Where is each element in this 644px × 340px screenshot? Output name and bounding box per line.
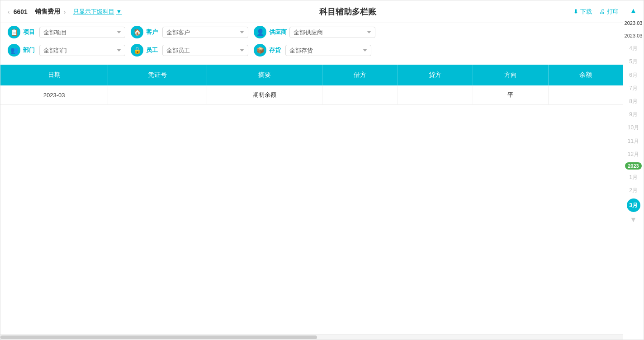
col-balance: 余额 [548,65,623,85]
filter-group-project: 📋 项目 全部项目 [8,26,125,38]
scrollbar-thumb[interactable] [0,335,317,339]
filter-row-2: 👥 部门 全部部门 🔒 员工 全部员工 📦 存货 全部存货 [0,41,644,59]
col-voucher: 凭证号 [108,65,207,85]
inventory-label: 存货 [269,46,283,54]
sidebar-down-arrow[interactable]: ▼ [628,214,639,226]
sidebar-item-3-active[interactable]: 3月 [627,198,640,212]
sidebar-item-8[interactable]: 8月 [623,95,644,108]
inventory-icon: 📦 [254,44,266,57]
account-code-label: 6601 [14,8,28,15]
sidebar-item-4[interactable]: 4月 [623,42,644,55]
horizontal-scrollbar[interactable] [0,334,623,340]
customer-label: 客户 [146,28,160,36]
print-button[interactable]: 🖨 打印 [599,8,619,16]
right-sidebar: ▲ 2023.03 2023.03 4月 5月 6月 7月 8月 9月 10月 … [623,0,644,340]
sidebar-item-2[interactable]: 2月 [623,184,644,197]
project-icon: 📋 [8,26,20,38]
filter-group-supplier: 👤 供应商 全部供应商 [254,26,375,38]
employee-label: 员工 [146,46,160,54]
employee-icon: 🔒 [131,44,143,57]
year-badge-2023: 2023 [625,162,641,170]
sidebar-item-1[interactable]: 1月 [623,171,644,184]
table-area: 日期 凭证号 摘要 借方 贷方 方向 余额 2023-03 期初余额 平 [0,65,623,333]
customer-select[interactable]: 全部客户 [162,27,248,38]
print-icon: 🖨 [599,8,605,15]
project-select[interactable]: 全部项目 [39,27,125,38]
show-sub-arrow-icon: ▼ [116,8,122,15]
main-window: ‹ 6601 销售费用 › 只显示下级科目 ▼ 科目辅助多栏账 ⬇ 下载 🖨 打… [0,0,644,340]
supplier-icon: 👤 [254,26,266,38]
sidebar-item-10[interactable]: 10月 [623,122,644,134]
ledger-table: 日期 凭证号 摘要 借方 贷方 方向 余额 2023-03 期初余额 平 [0,65,623,105]
table-row: 2023-03 期初余额 平 [0,85,623,105]
col-direction: 方向 [473,65,549,85]
sidebar-item-7[interactable]: 7月 [623,82,644,94]
top-bar: ‹ 6601 销售费用 › 只显示下级科目 ▼ 科目辅助多栏账 ⬇ 下载 🖨 打… [0,0,644,23]
account-name-label: 销售费用 [35,8,60,16]
supplier-label: 供应商 [269,28,287,36]
cell-direction: 平 [473,85,549,105]
show-sub-button[interactable]: 只显示下级科目 ▼ [73,8,122,16]
dept-label: 部门 [23,46,37,54]
download-icon: ⬇ [573,8,578,15]
table-body: 2023-03 期初余额 平 [0,85,623,105]
cell-credit [398,85,473,105]
col-summary: 摘要 [207,65,322,85]
filter-group-inventory: 📦 存货 全部存货 [254,44,371,57]
employee-select[interactable]: 全部员工 [162,45,248,56]
customer-icon: 🏠 [131,26,143,38]
page-title: 科目辅助多栏账 [122,6,573,17]
filter-group-dept: 👥 部门 全部部门 [8,44,125,57]
download-button[interactable]: ⬇ 下载 [573,8,592,16]
dept-select[interactable]: 全部部门 [39,45,125,56]
sidebar-item-12[interactable]: 12月 [623,148,644,161]
col-credit: 贷方 [398,65,473,85]
col-date: 日期 [0,65,108,85]
prev-account-arrow[interactable]: ‹ [8,8,10,15]
cell-voucher [108,85,207,105]
cell-balance [548,85,623,105]
sidebar-item-2023-03-header[interactable]: 2023.03 [623,18,644,29]
cell-summary: 期初余额 [207,85,322,105]
sidebar-up-arrow[interactable]: ▲ [628,5,639,17]
table-header-row: 日期 凭证号 摘要 借方 贷方 方向 余额 [0,65,623,85]
download-label: 下载 [580,8,592,16]
filter-group-employee: 🔒 员工 全部员工 [131,44,248,57]
sidebar-item-11[interactable]: 11月 [623,135,644,147]
next-account-arrow[interactable]: › [64,8,66,15]
cell-debit [322,85,398,105]
sidebar-item-2023-03-sub[interactable]: 2023.03 [623,30,644,42]
filter-group-customer: 🏠 客户 全部客户 [131,26,248,38]
show-sub-label: 只显示下级科目 [73,8,114,16]
filter-row-1: 📋 项目 全部项目 🏠 客户 全部客户 👤 供应商 全部供应商 [0,23,644,41]
project-label: 项目 [23,28,37,36]
supplier-select[interactable]: 全部供应商 [289,27,375,38]
sidebar-item-6[interactable]: 6月 [623,69,644,81]
print-label: 打印 [607,8,619,16]
col-debit: 借方 [322,65,398,85]
inventory-select[interactable]: 全部存货 [285,45,371,56]
sidebar-item-9[interactable]: 9月 [623,109,644,121]
cell-date: 2023-03 [0,85,108,105]
sidebar-item-5[interactable]: 5月 [623,56,644,68]
dept-icon: 👥 [8,44,20,57]
